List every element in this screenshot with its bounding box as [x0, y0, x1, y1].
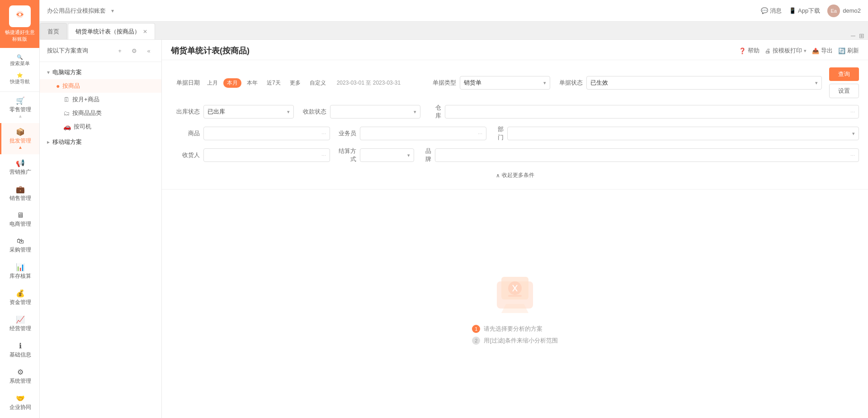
print-icon: 🖨 [765, 48, 771, 54]
brand-input[interactable]: ··· [435, 148, 859, 162]
refresh-button[interactable]: 🔄 刷新 [838, 47, 859, 55]
sidebar-item-basic[interactable]: ℹ 基础信息 [0, 337, 39, 363]
sidebar-item-wholesale[interactable]: 📦 批发管理 ▲ [0, 123, 39, 154]
quick-nav-item[interactable]: ⭐ 快捷导航 [0, 70, 39, 88]
out-status-select[interactable]: 已出库 ▾ [203, 105, 294, 119]
template-print-button[interactable]: 🖨 按模板打印 ▾ [765, 47, 807, 55]
tab-sales-report-label: 销货单统计表（按商品） [75, 28, 140, 36]
sidebar-item-system[interactable]: ⚙ 系统管理 [0, 363, 39, 390]
search-menu-item[interactable]: 🔍 搜索菜单 [0, 52, 39, 70]
settings-scheme-button[interactable]: ⚙ [129, 45, 140, 56]
tree-group-mobile-header[interactable]: ▸ 移动端方案 [40, 135, 161, 149]
receiver-input[interactable]: ··· [203, 148, 330, 162]
export-label: 导出 [821, 47, 833, 55]
export-button[interactable]: 📤 导出 [812, 47, 833, 55]
basic-label: 基础信息 [9, 351, 31, 359]
purchase-icon: 🛍 [17, 237, 24, 245]
goods-input[interactable]: ··· [203, 127, 330, 140]
scheme-tree: ▾ 电脑端方案 ● 按商品 🗓 按月+商品 🗂 按商品品类 [40, 62, 161, 154]
help-button[interactable]: ❓ 帮助 [739, 47, 760, 55]
date-tab-this-year[interactable]: 本年 [243, 78, 261, 88]
date-tab-last-7[interactable]: 近7天 [263, 78, 284, 88]
tab-home[interactable]: 首页 [40, 23, 67, 39]
user-avatar: Ea [827, 5, 840, 17]
filter-area: 单据日期 上月 本月 本年 近7天 更多 自定义 2023-03-01 至 20… [162, 60, 868, 190]
date-label: 单据日期 [171, 79, 203, 87]
svg-point-2 [19, 13, 21, 16]
sidebar-item-newbie[interactable]: 🎯 新手引导 [0, 416, 39, 418]
chevron-up-icon: ∧ [496, 172, 500, 179]
out-status-value: 已出库 [208, 108, 285, 116]
sidebar-item-operations[interactable]: 📈 经营管理 [0, 311, 39, 337]
sidebar-item-inventory[interactable]: 📊 库存核算 [0, 258, 39, 285]
app-download-button[interactable]: 📱 App下载 [789, 7, 820, 15]
wholesale-label: 批发管理 [9, 137, 31, 145]
sales-icon: 💼 [16, 185, 25, 194]
tree-item-by-category-label: 按商品品类 [72, 109, 102, 117]
query-button[interactable]: 查询 [829, 67, 859, 81]
tree-item-by-driver[interactable]: 🚗 按司机 [40, 120, 161, 133]
logo-icon [9, 5, 31, 27]
minimize-icon[interactable]: ─ [851, 32, 855, 39]
search-menu-label: 搜索菜单 [10, 60, 30, 67]
tab-close-icon[interactable]: ✕ [143, 28, 147, 35]
inventory-icon: 📊 [16, 263, 25, 271]
date-filter-control: 上月 本月 本年 近7天 更多 自定义 2023-03-01 至 2023-03… [203, 78, 431, 88]
user-menu[interactable]: Ea demo2 [827, 5, 861, 17]
tree-item-by-goods[interactable]: ● 按商品 [40, 79, 161, 93]
topbar-title: 办公用品行业模拟账套 [47, 7, 106, 15]
settings-button[interactable]: 设置 [829, 84, 859, 98]
retail-label: 零售管理 [9, 106, 31, 114]
tab-home-label: 首页 [47, 28, 59, 36]
filter-row-3: 商品 ··· 业务员 ··· 部门 ▾ [171, 125, 859, 142]
doc-status-select[interactable]: 已生效 ▾ [586, 76, 822, 90]
collect-status-select[interactable]: ▾ [330, 105, 420, 119]
sidebar-item-enterprise[interactable]: 🤝 企业协同 [0, 390, 39, 416]
brand-label: 品牌 [421, 147, 435, 163]
operations-icon: 📈 [16, 315, 25, 324]
date-tabs: 上月 本月 本年 近7天 更多 自定义 [203, 78, 330, 88]
step-2-text: 用[过滤]条件来缩小分析范围 [484, 337, 557, 345]
date-tab-custom[interactable]: 自定义 [306, 78, 330, 88]
add-scheme-button[interactable]: + [114, 45, 125, 56]
payment-label: 结算方式 [337, 147, 360, 163]
doc-type-select[interactable]: 销货单 ▾ [460, 76, 550, 90]
purchase-label: 采购管理 [9, 246, 31, 254]
collapse-label: 收起更多条件 [502, 171, 534, 179]
sidebar-item-marketing[interactable]: 📢 营销推广 [0, 154, 39, 180]
step-number-2: 2 [472, 337, 480, 345]
warehouse-input[interactable]: ··· [445, 105, 859, 119]
app-subtitle: 标账版 [12, 36, 27, 43]
sidebar-item-ecommerce[interactable]: 🖥 电商管理 [0, 207, 39, 233]
sidebar: 畅捷通好生意 标账版 🔍 搜索菜单 ⭐ 快捷导航 🛒 零售管理 ▲ 📦 批发管理… [0, 0, 40, 418]
maximize-icon[interactable]: ⊞ [859, 32, 864, 39]
header-actions: ❓ 帮助 🖨 按模板打印 ▾ 📤 导出 🔄 刷新 [739, 47, 859, 55]
payment-select[interactable]: ▾ [360, 148, 414, 162]
message-button[interactable]: 💬 消息 [761, 7, 782, 15]
page-title: 销货单统计表(按商品) [171, 45, 250, 56]
empty-step-2: 2 用[过滤]条件来缩小分析范围 [472, 337, 557, 345]
sidebar-item-purchase[interactable]: 🛍 采购管理 [0, 233, 39, 258]
dept-select[interactable]: ▾ [507, 127, 859, 140]
refresh-label: 刷新 [847, 47, 859, 55]
tree-item-by-month-goods[interactable]: 🗓 按月+商品 [40, 93, 161, 106]
sidebar-item-sales[interactable]: 💼 销售管理 [0, 180, 39, 207]
collapse-filter-button[interactable]: ∧ 收起更多条件 [171, 169, 859, 182]
tree-group-desktop-header[interactable]: ▾ 电脑端方案 [40, 66, 161, 79]
salesman-input[interactable]: ··· [360, 127, 486, 140]
sidebar-item-finance[interactable]: 💰 资金管理 [0, 285, 39, 311]
left-panel-actions: + ⚙ « [114, 45, 154, 56]
retail-arrow: ▲ [18, 114, 23, 119]
finance-label: 资金管理 [9, 299, 31, 306]
ecommerce-label: 电商管理 [9, 220, 31, 228]
template-print-label: 按模板打印 [773, 47, 802, 55]
tab-sales-report[interactable]: 销货单统计表（按商品） ✕ [68, 23, 155, 39]
sidebar-item-retail[interactable]: 🛒 零售管理 ▲ [0, 92, 39, 123]
retail-icon: 🛒 [16, 96, 25, 105]
tree-item-by-category[interactable]: 🗂 按商品品类 [40, 106, 161, 120]
brand-dots: ··· [850, 152, 855, 158]
collapse-panel-button[interactable]: « [143, 45, 154, 56]
date-tab-last-month[interactable]: 上月 [203, 78, 222, 88]
date-tab-this-month[interactable]: 本月 [223, 78, 241, 88]
date-tab-more[interactable]: 更多 [286, 78, 304, 88]
